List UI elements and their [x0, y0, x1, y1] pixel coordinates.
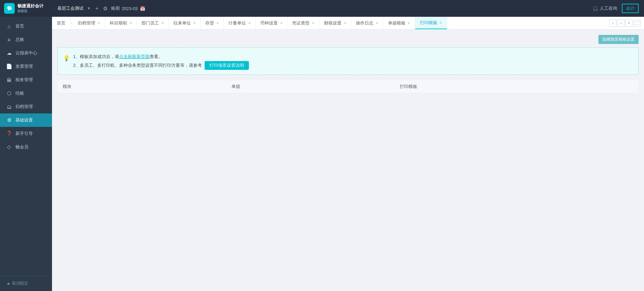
notice-content: 1、模板添加成功后，请点击刷新新页面查看。 2、多员工、多打印机、多种业务类型设…	[73, 52, 633, 70]
settings-icon[interactable]: ⚙	[103, 5, 108, 12]
sidebar-label-settings: 基础设置	[15, 117, 33, 123]
sidebar-label-archive: 归档管理	[15, 104, 33, 110]
close-counterparty-tab[interactable]: ×	[193, 21, 196, 25]
topbar: 基层工会测试 ▼ ＋ ⚙ 账期 2023-03 📅 🎧 人工咨询 会计	[52, 0, 644, 17]
tab-department[interactable]: 部门员工 ×	[137, 17, 169, 29]
ledger-icon: ≡	[6, 37, 12, 43]
tab-print-template[interactable]: 打印模板 ×	[415, 17, 447, 29]
sidebar-item-member[interactable]: ◇畅会员	[0, 140, 52, 154]
customer-service-label: 人工咨询	[600, 5, 617, 11]
sidebar-item-ledger[interactable]: ≡总账	[0, 33, 52, 46]
notice-line1-prefix: 1、模板添加成功后，请	[73, 54, 119, 59]
close-voucher-type-tab[interactable]: ×	[312, 21, 314, 25]
tab-inventory[interactable]: 存货 ×	[201, 17, 224, 29]
sidebar-item-reports[interactable]: ☁云报表中心	[0, 46, 52, 60]
tab-fullscreen[interactable]: ⛶	[633, 19, 641, 27]
close-finance-tab[interactable]: ×	[344, 21, 346, 25]
sidebar: 畅 畅捷通好会计 旗舰版 ⌂首页≡总账☁云报表中心📄发票管理🏛税务管理⬡结账🗂归…	[0, 0, 52, 291]
member-icon: ◇	[6, 144, 12, 150]
headset-icon: 🎧	[593, 6, 598, 11]
sidebar-label-member: 畅会员	[15, 144, 29, 150]
sidebar-item-tax[interactable]: 🏛税务管理	[0, 73, 52, 87]
tab-home[interactable]: 首页	[52, 17, 70, 29]
archive-icon: 🗂	[6, 104, 12, 110]
close-single-template-tab[interactable]: ×	[408, 21, 410, 25]
guide-icon: ❓	[6, 131, 12, 137]
tab-finance[interactable]: 财税设置 ×	[319, 17, 351, 29]
tab-nav-next[interactable]: ›	[617, 19, 625, 27]
close-icon: ⬡	[6, 90, 12, 96]
app-logo: 畅 畅捷通好会计 旗舰版	[0, 0, 52, 17]
col-voucher: 单据	[226, 80, 395, 93]
unpin-label: 取消固定	[12, 281, 28, 286]
tab-archive[interactable]: 归档管理 ×	[73, 17, 105, 29]
customer-service-button[interactable]: 🎧 人工咨询	[593, 5, 617, 11]
tab-voucher-type[interactable]: 凭证类型 ×	[287, 17, 319, 29]
content-area: 隐藏预置模板设置 💡 1、模板添加成功后，请点击刷新新页面查看。 2、多员工、多…	[52, 30, 644, 291]
sidebar-label-close: 结账	[15, 90, 24, 96]
print-scene-button[interactable]: 打印场景设置说明	[205, 61, 249, 70]
sidebar-label-reports: 云报表中心	[15, 50, 37, 56]
sidebar-item-guide[interactable]: ❓新手引导	[0, 127, 52, 140]
tax-icon: 🏛	[6, 77, 12, 83]
tab-unit[interactable]: 计量单位 ×	[224, 17, 256, 29]
sidebar-item-home[interactable]: ⌂首页	[0, 19, 52, 33]
tab-close-all[interactable]: ×	[625, 19, 633, 27]
close-archive-tab[interactable]: ×	[98, 21, 100, 25]
sidebar-item-settings[interactable]: ⚙基础设置	[0, 113, 52, 127]
home-icon: ⌂	[6, 23, 12, 29]
table-header-row: 模块 单据 打印模板	[57, 80, 639, 93]
sidebar-label-tax: 税务管理	[15, 77, 33, 83]
close-oplog-tab[interactable]: ×	[376, 21, 378, 25]
main-area: 基层工会测试 ▼ ＋ ⚙ 账期 2023-03 📅 🎧 人工咨询 会计 首页 ‹…	[52, 0, 644, 291]
sidebar-nav: ⌂首页≡总账☁云报表中心📄发票管理🏛税务管理⬡结账🗂归档管理⚙基础设置❓新手引导…	[0, 17, 52, 276]
reports-icon: ☁	[6, 50, 12, 56]
notice-line1: 1、模板添加成功后，请点击刷新新页面查看。	[73, 52, 633, 61]
notice-line1-suffix: 查看。	[150, 54, 163, 59]
notice-refresh-link[interactable]: 点击刷新新页面	[119, 54, 150, 59]
calendar-icon[interactable]: 📅	[140, 6, 145, 11]
invoice-icon: 📄	[6, 63, 12, 69]
hide-preview-button[interactable]: 隐藏预置模板设置	[598, 35, 639, 44]
period-label: 账期 2023-03 📅	[111, 5, 145, 11]
workspace-arrow-icon[interactable]: ▼	[87, 6, 91, 11]
sidebar-label-home: 首页	[15, 23, 24, 29]
notice-bulb-icon: 💡	[63, 53, 70, 64]
content-header-bar: 隐藏预置模板设置	[57, 35, 639, 47]
sidebar-item-close[interactable]: ⬡结账	[0, 87, 52, 100]
close-currency-tab[interactable]: ×	[280, 21, 282, 25]
sidebar-label-ledger: 总账	[15, 37, 24, 43]
sidebar-footer-unpin[interactable]: ◄ 取消固定	[0, 276, 52, 291]
settings-icon: ⚙	[6, 117, 12, 123]
col-module: 模块	[57, 80, 226, 93]
close-print-template-tab[interactable]: ×	[440, 21, 442, 25]
tab-nav-prev[interactable]: ‹	[609, 19, 616, 27]
close-inventory-tab[interactable]: ×	[216, 21, 219, 25]
tabbar-nav: ‹ › × ⛶	[609, 19, 644, 27]
col-template: 打印模板	[394, 80, 639, 93]
tab-counterparty[interactable]: 往来单位 ×	[169, 17, 201, 29]
sidebar-label-invoice: 发票管理	[15, 63, 33, 69]
notice-box: 💡 1、模板添加成功后，请点击刷新新页面查看。 2、多员工、多打印机、多种业务类…	[57, 47, 639, 75]
tabbar: 首页 ‹ 归档管理 × 科目期初 × 部门员工 × 往来单位 × 存货 × 计量…	[52, 17, 644, 30]
tab-currency[interactable]: 币种设置 ×	[256, 17, 287, 29]
tab-subject[interactable]: 科目期初 ×	[105, 17, 137, 29]
sidebar-item-archive[interactable]: 🗂归档管理	[0, 100, 52, 113]
sidebar-label-guide: 新手引导	[15, 131, 33, 137]
app-name: 畅捷通好会计	[17, 3, 44, 9]
sidebar-item-invoice[interactable]: 📄发票管理	[0, 60, 52, 73]
notice-line2: 2、多员工、多打印机、多种业务类型设置不同打印方案等，请参考 打印场景设置说明	[73, 61, 633, 70]
workspace-title[interactable]: 基层工会测试	[57, 5, 84, 11]
logo-icon: 畅	[4, 3, 15, 14]
unpin-icon: ◄	[6, 281, 10, 286]
topbar-right: 🎧 人工咨询 会计	[593, 4, 639, 13]
close-subject-tab[interactable]: ×	[129, 21, 132, 25]
tab-oplog[interactable]: 操作日志 ×	[351, 17, 383, 29]
print-template-table: 模块 单据 打印模板	[57, 80, 639, 93]
app-sub: 旗舰版	[17, 9, 44, 13]
close-unit-tab[interactable]: ×	[248, 21, 251, 25]
tab-single-template[interactable]: 单据模板 ×	[383, 17, 415, 29]
close-department-tab[interactable]: ×	[161, 21, 164, 25]
kuaiji-button[interactable]: 会计	[622, 4, 639, 13]
add-workspace-button[interactable]: ＋	[94, 5, 100, 12]
